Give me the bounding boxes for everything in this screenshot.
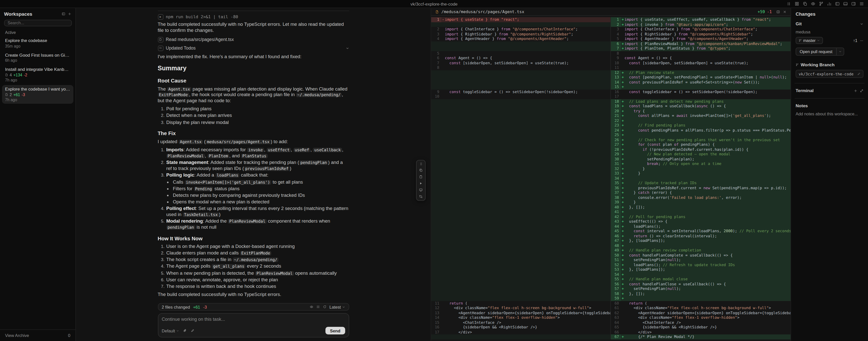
assistant-paragraph: I updated Agent.tsx (medusa/src/pages/Ag… — [158, 140, 349, 146]
git-branch-icon[interactable] — [819, 2, 824, 6]
mode-select[interactable]: Default — [162, 328, 179, 333]
diff-line-old — [431, 205, 611, 210]
code-text: for (const plan of pendingPlans) { — [625, 142, 790, 147]
workspace-item[interactable]: Explore the codebase 35m ago — [2, 36, 73, 50]
diff-line-new: 19 const loadPlans = useCallback(async (… — [611, 104, 790, 108]
panels-icon[interactable] — [62, 12, 65, 16]
code-text — [625, 296, 790, 301]
view-archive[interactable]: View Archive 0 — [0, 329, 75, 341]
diff-row: 5 8 — [431, 51, 790, 56]
panel-left-icon[interactable] — [835, 2, 840, 6]
message-input[interactable]: Continue working on this task... Default… — [158, 313, 349, 337]
plus-icon[interactable] — [854, 89, 857, 92]
chevron-down-icon[interactable] — [860, 22, 863, 26]
line-number — [431, 99, 441, 104]
layout-grid-icon[interactable] — [795, 2, 799, 6]
expand-icon[interactable] — [860, 89, 863, 92]
copy-icon[interactable] — [419, 168, 423, 172]
tool-read-file[interactable]: Read medusa/src/pages/Agent.tsx — [158, 37, 349, 42]
code-text — [445, 224, 610, 229]
send-button[interactable]: Send — [326, 327, 345, 334]
code-text: {sidebarOpen && <RightSidebar />} — [625, 325, 790, 330]
workspace-item[interactable]: Explore the codebase I want you to ex...… — [2, 85, 73, 104]
list-icon[interactable] — [316, 305, 320, 309]
line-number — [431, 152, 441, 157]
diff-row: 48 — [431, 243, 790, 248]
notes-placeholder[interactable]: Add notes about this workspace... — [796, 112, 863, 116]
git-compare-icon[interactable] — [419, 195, 423, 198]
diff-marker — [621, 301, 625, 306]
diff-row: 13 <AgentHeader sidebarOpen={sidebarOpen… — [431, 310, 790, 315]
line-number: 37 — [611, 190, 621, 195]
list-item: The hook script creates a file in ~/.med… — [166, 257, 349, 263]
archive-count: 0 — [68, 333, 70, 338]
chevron-down-icon[interactable] — [345, 46, 349, 50]
workspace-item[interactable]: Create Good First Issues on Github So ..… — [2, 51, 73, 64]
attach-icon[interactable] — [183, 329, 187, 332]
diff-marker — [441, 205, 445, 210]
diff-line-old — [431, 152, 611, 157]
base-branch-select[interactable]: master — [796, 37, 823, 44]
edit-icon[interactable] — [857, 72, 860, 75]
code-text: // Update tracked plan IDs — [625, 181, 790, 185]
diff-marker — [441, 286, 445, 291]
diff-marker — [621, 185, 625, 190]
line-number — [431, 161, 441, 166]
tool-updated-todos[interactable]: Updated Todos — [158, 45, 349, 51]
pause-icon[interactable] — [786, 2, 791, 6]
working-branch-field[interactable]: vk/3ccf-explore-the-code — [796, 70, 863, 78]
message-input-placeholder[interactable]: Continue working on this task... — [162, 317, 345, 324]
git-branch-icon — [796, 63, 799, 66]
diff-line-old — [431, 113, 611, 118]
diff-line-new: 38 console.error('Failed to load plans:'… — [611, 195, 790, 200]
diff-line-old — [431, 157, 611, 161]
code-text — [445, 94, 610, 99]
search-input[interactable] — [4, 20, 72, 26]
eye-icon[interactable] — [811, 2, 815, 6]
diff-marker — [621, 51, 625, 56]
diff-row: 15 <ChatInterface /> 64 <ChatInterface /… — [431, 320, 790, 325]
bar-chart-icon[interactable] — [827, 2, 832, 6]
line-number: 55 — [611, 277, 621, 282]
diff-line-new: 6import { PlanReviewModal } from "@/comp… — [611, 41, 790, 46]
panel-right-icon[interactable] — [851, 2, 856, 6]
diff-row: 26 // Check for new pending plans that w… — [431, 137, 790, 142]
changes-summary-bar[interactable]: 2 files changed +61 -3 Latest — [158, 303, 349, 311]
terminal-command-row[interactable]: ▸ npm run build 2>&1 | tail -80 — [158, 14, 349, 20]
open-pull-request-button[interactable]: Open pull request — [796, 48, 844, 56]
more-icon[interactable] — [860, 39, 863, 42]
diff-marker — [441, 56, 445, 60]
version-select[interactable]: Latest — [330, 304, 345, 309]
diff-body[interactable]: 1import { useState } from "react"; 1impo… — [431, 16, 790, 341]
rows-icon[interactable] — [859, 2, 864, 6]
diff-marker — [621, 80, 625, 85]
chat-scroll-area[interactable]: ▸ npm run build 2>&1 | tail -80 The buil… — [76, 8, 431, 303]
monitor-icon[interactable] — [419, 188, 423, 192]
line-number: 66 — [611, 330, 621, 334]
drag-handle-icon[interactable] — [419, 162, 422, 165]
close-icon[interactable] — [783, 10, 786, 13]
workspace-item[interactable]: Install and integrate Vibe Kanban Web...… — [2, 65, 73, 84]
eye-icon[interactable] — [310, 305, 313, 309]
code-text: </div> — [625, 330, 790, 334]
code-text — [625, 243, 790, 248]
diff-row: 45 const interval = setInterval(loadPlan… — [431, 229, 790, 234]
chevron-down-icon[interactable] — [836, 48, 843, 55]
line-number: 5 — [431, 51, 441, 56]
play-icon[interactable] — [419, 182, 423, 185]
code-text: // Load plans and detect new pending pla… — [625, 99, 790, 104]
diff-marker — [441, 104, 445, 108]
clipboard-icon[interactable] — [419, 175, 423, 179]
diff-line-old — [431, 257, 611, 262]
diff-line-old — [431, 181, 611, 185]
line-number: 16 — [611, 89, 621, 94]
copy-icon[interactable] — [803, 2, 807, 6]
plus-icon[interactable] — [68, 12, 71, 16]
line-number: 6 — [431, 56, 441, 60]
diff-row: 25 — [431, 132, 790, 137]
split-view-icon[interactable] — [776, 10, 780, 13]
panel-bottom-icon[interactable] — [843, 2, 848, 6]
edit-icon[interactable] — [191, 329, 194, 332]
diff-marker — [441, 118, 445, 123]
retry-icon[interactable] — [323, 305, 327, 309]
